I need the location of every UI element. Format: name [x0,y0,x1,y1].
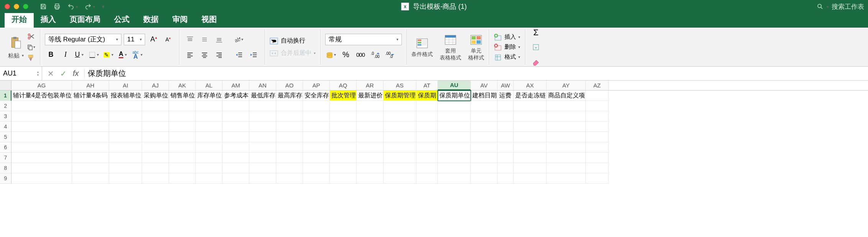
cell-AG7[interactable] [11,153,72,163]
row-header-7[interactable]: 7 [0,153,11,163]
cell-AQ4[interactable] [330,122,357,132]
accept-formula-button[interactable]: ✓ [60,69,67,78]
cell-AJ7[interactable] [142,153,169,163]
column-header-AP[interactable]: AP [303,81,330,90]
cell-AH9[interactable] [72,173,109,184]
cell-AY8[interactable] [547,163,586,173]
cell-AJ4[interactable] [142,122,169,132]
cell-AH3[interactable] [72,111,109,122]
cell-AW1[interactable]: 运费 [498,91,514,101]
cell-AQ9[interactable] [330,173,357,184]
cell-AK6[interactable] [169,142,196,153]
zoom-window-button[interactable] [23,4,28,9]
cell-AW5[interactable] [498,132,514,142]
format-painter-button[interactable] [27,54,35,62]
cell-AL4[interactable] [196,122,223,132]
row-header-6[interactable]: 6 [0,142,11,153]
cell-AT8[interactable] [416,163,438,173]
cell-AZ3[interactable] [586,111,609,122]
cell-AR9[interactable] [357,173,383,184]
cell-AM2[interactable] [223,101,249,111]
row-header-2[interactable]: 2 [0,101,11,111]
cell-AL7[interactable] [196,153,223,163]
column-header-AZ[interactable]: AZ [586,81,609,90]
cell-AS6[interactable] [383,142,416,153]
cell-AU1[interactable]: 保质期单位 [438,91,471,101]
cell-AQ7[interactable] [330,153,357,163]
cell-AT7[interactable] [416,153,438,163]
column-header-AM[interactable]: AM [223,81,249,90]
align-left-button[interactable] [184,49,196,61]
cell-AS8[interactable] [383,163,416,173]
cell-AS9[interactable] [383,173,416,184]
currency-button[interactable]: ▾ [325,49,337,61]
cell-AR4[interactable] [357,122,383,132]
increase-font-button[interactable]: A▴ [147,34,160,45]
cell-AI9[interactable] [109,173,142,184]
cell-AO8[interactable] [276,163,303,173]
cell-AP4[interactable] [303,122,330,132]
cell-AI7[interactable] [109,153,142,163]
cell-AO1[interactable]: 最高库存 [276,91,303,101]
cell-AI5[interactable] [109,132,142,142]
cell-AJ6[interactable] [142,142,169,153]
cell-AI3[interactable] [109,111,142,122]
cell-AU8[interactable] [438,163,471,173]
print-button[interactable] [54,3,61,10]
column-header-AW[interactable]: AW [498,81,514,90]
merge-center-button[interactable]: 合并后居中 ▾ [269,49,316,58]
cell-AU7[interactable] [438,153,471,163]
increase-indent-button[interactable] [247,49,260,61]
row-header-8[interactable]: 8 [0,163,11,173]
column-header-AI[interactable]: AI [109,81,142,90]
cell-AY4[interactable] [547,122,586,132]
align-top-button[interactable] [184,34,196,45]
cell-AH5[interactable] [72,132,109,142]
cell-AT5[interactable] [416,132,438,142]
cell-AG3[interactable] [11,111,72,122]
cell-AW4[interactable] [498,122,514,132]
cell-AX2[interactable] [514,101,547,111]
cell-AG9[interactable] [11,173,72,184]
cell-AU5[interactable] [438,132,471,142]
cell-AX6[interactable] [514,142,547,153]
autosum-button[interactable]: Σ [530,27,542,38]
cell-AJ8[interactable] [142,163,169,173]
tab-page-layout[interactable]: 页面布局 [63,11,107,28]
tab-home[interactable]: 开始 [5,11,34,28]
tab-view[interactable]: 视图 [195,11,224,28]
tab-data[interactable]: 数据 [136,11,165,28]
cell-AN4[interactable] [249,122,276,132]
decrease-decimal-button[interactable]: .00.0 [383,49,396,61]
row-header-5[interactable]: 5 [0,132,11,142]
cell-AV5[interactable] [471,132,498,142]
delete-cells-button[interactable]: 删除▾ [494,43,520,51]
cell-AM7[interactable] [223,153,249,163]
comma-button[interactable]: 000 [354,49,367,61]
cell-AX8[interactable] [514,163,547,173]
format-as-table-button[interactable]: 套用 表格格式 [440,33,461,61]
column-header-AS[interactable]: AS [383,81,416,90]
cell-AT9[interactable] [416,173,438,184]
cell-AX5[interactable] [514,132,547,142]
decrease-font-button[interactable]: A▾ [162,34,174,45]
cell-AS1[interactable]: 保质期管理 [383,91,416,101]
worksheet-grid[interactable]: AGAHAIAJAKALAMANAOAPAQARASATAUAVAWAXAYAZ… [0,81,868,184]
cell-AZ2[interactable] [586,101,609,111]
row-header-3[interactable]: 3 [0,111,11,122]
underline-button[interactable]: U▾ [74,49,86,61]
cell-AM4[interactable] [223,122,249,132]
cell-AL1[interactable]: 库存单位 [196,91,223,101]
cell-AO3[interactable] [276,111,303,122]
cell-AM8[interactable] [223,163,249,173]
cell-AZ4[interactable] [586,122,609,132]
cell-AU6[interactable] [438,142,471,153]
cell-AR3[interactable] [357,111,383,122]
column-header-AJ[interactable]: AJ [142,81,169,90]
cell-AX7[interactable] [514,153,547,163]
cell-AQ1[interactable]: 批次管理 [330,91,357,101]
cell-AQ3[interactable] [330,111,357,122]
minimize-window-button[interactable] [14,4,19,9]
cell-AJ3[interactable] [142,111,169,122]
cell-AW2[interactable] [498,101,514,111]
